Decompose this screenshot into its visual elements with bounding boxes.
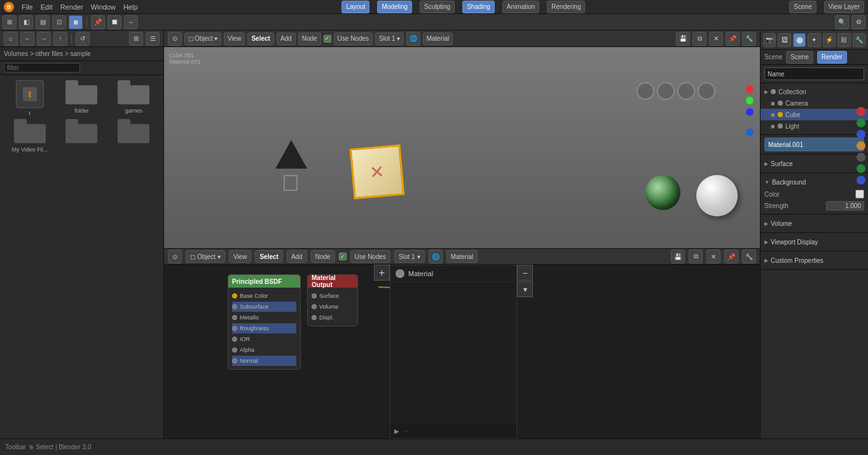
vp-usenodes-btn[interactable]: Use Nodes bbox=[334, 32, 373, 45]
toolbar-transform[interactable]: ↔ bbox=[124, 15, 138, 29]
toolbar-mode-animation[interactable]: Animation bbox=[502, 1, 539, 13]
rp-scene-btn[interactable]: Scene bbox=[786, 51, 813, 64]
ne-object-mode[interactable]: ◻ Object ▾ bbox=[186, 250, 225, 263]
vp-slot-ctrl[interactable]: 🔧 bbox=[742, 32, 756, 46]
toolbar-view3d[interactable]: 🔲 bbox=[107, 15, 121, 29]
vp-save-icon[interactable]: 💾 bbox=[676, 32, 690, 46]
vp-select-btn[interactable]: Select bbox=[247, 32, 273, 45]
vp-view-btn[interactable]: View bbox=[224, 32, 245, 45]
ne-save[interactable]: 💾 bbox=[671, 249, 685, 263]
toolbar-icon-3[interactable]: ▤ bbox=[36, 15, 50, 29]
lp-reload[interactable]: ↺ bbox=[76, 32, 90, 46]
nav-circle-3[interactable] bbox=[677, 82, 695, 100]
material-add-button[interactable]: + bbox=[374, 265, 390, 281]
ne-copy[interactable]: ⧉ bbox=[689, 249, 703, 263]
ne-node-btn[interactable]: Node bbox=[311, 250, 335, 263]
node-principled-bsdf[interactable]: Principled BSDF Base Color Subsurface Me… bbox=[228, 274, 301, 370]
dot-x[interactable] bbox=[746, 85, 754, 93]
file-item-folder2[interactable]: games bbox=[109, 80, 158, 116]
shading-dot-red[interactable] bbox=[857, 107, 865, 116]
dot-y[interactable] bbox=[746, 97, 754, 104]
toolbar-settings[interactable]: ⚙ bbox=[851, 15, 865, 29]
rp-modifiers-icon[interactable]: 🔧 bbox=[853, 33, 865, 47]
menu-file[interactable]: File bbox=[22, 3, 33, 11]
shading-dot-blue2[interactable] bbox=[857, 176, 865, 185]
rp-constraints-icon[interactable]: ⛓ bbox=[837, 33, 850, 47]
menu-help[interactable]: Help bbox=[123, 3, 138, 11]
color-swatch[interactable] bbox=[855, 190, 864, 199]
mat-remove-btn[interactable]: − bbox=[517, 265, 533, 281]
shading-dot-orange[interactable] bbox=[857, 141, 865, 150]
ne-select-btn[interactable]: Select bbox=[255, 250, 282, 263]
shading-dot-grey[interactable] bbox=[857, 153, 865, 162]
rp-volume-header[interactable]: ▶ Volume bbox=[764, 217, 864, 230]
menu-render[interactable]: Render bbox=[60, 3, 83, 11]
dot-z[interactable] bbox=[746, 108, 754, 116]
obj-item-cube[interactable]: ◼ Cube bbox=[761, 109, 868, 120]
ne-view-btn[interactable]: View bbox=[229, 250, 252, 263]
ne-settings[interactable]: 🔧 bbox=[742, 249, 756, 263]
file-item-folder5[interactable] bbox=[109, 119, 158, 153]
lp-up[interactable]: ↑ bbox=[53, 32, 67, 46]
mat-dropdown-btn[interactable]: ▾ bbox=[517, 281, 533, 297]
vp-close-icon[interactable]: ✕ bbox=[709, 32, 723, 46]
toolbar-mode-modeling[interactable]: Modeling bbox=[377, 1, 412, 13]
vp-slot-btn[interactable]: Slot 1 ▾ bbox=[375, 32, 404, 45]
rp-particles-icon[interactable]: ✦ bbox=[808, 33, 820, 47]
rp-surface-header[interactable]: ▶ Surface bbox=[764, 157, 864, 170]
ne-slot-btn[interactable]: Slot 1 ▾ bbox=[394, 250, 425, 263]
rp-scene-icon[interactable]: 📷 bbox=[763, 33, 776, 47]
file-item-folder1[interactable]: folder bbox=[57, 80, 107, 116]
ne-add-btn[interactable]: Add bbox=[287, 250, 307, 263]
vp-world-icon[interactable]: 🌐 bbox=[406, 32, 420, 46]
obj-item-camera[interactable]: ◼ Camera bbox=[761, 97, 868, 109]
toolbar-pin[interactable]: 📌 bbox=[91, 15, 105, 29]
rp-material-icon[interactable]: ⬤ bbox=[793, 33, 806, 47]
ne-pin[interactable]: 📌 bbox=[724, 249, 738, 263]
toolbar-mode-rendering[interactable]: Rendering bbox=[547, 1, 585, 13]
vp-editor-type[interactable]: ⊙ bbox=[168, 32, 182, 46]
shading-dot-blue[interactable] bbox=[857, 130, 865, 139]
nav-circle-4[interactable] bbox=[698, 82, 715, 100]
lp-fwd[interactable]: → bbox=[37, 32, 51, 46]
toolbar-scene[interactable]: Scene bbox=[789, 1, 816, 13]
lp-home[interactable]: ⌂ bbox=[4, 32, 18, 46]
toolbar-mode-sculpting[interactable]: Sculpting bbox=[420, 1, 455, 13]
shading-dot-green2[interactable] bbox=[857, 164, 865, 173]
menu-edit[interactable]: Edit bbox=[41, 3, 53, 11]
ne-world-icon[interactable]: 🌐 bbox=[429, 249, 443, 263]
use-nodes-checkbox[interactable] bbox=[324, 35, 331, 43]
nav-circle-1[interactable] bbox=[637, 82, 654, 100]
obj-item-collection[interactable]: ▶ Collection bbox=[761, 86, 868, 97]
nav-circle-2[interactable] bbox=[657, 82, 675, 100]
toolbar-icon-4[interactable]: ⊡ bbox=[52, 15, 66, 29]
toolbar-view-layer[interactable]: View Layer bbox=[824, 1, 864, 13]
shading-dot-green[interactable] bbox=[857, 118, 865, 127]
ne-use-nodes-checkbox[interactable] bbox=[339, 253, 347, 260]
file-item-folder3[interactable]: My Video Fil... bbox=[5, 119, 55, 153]
lp-back[interactable]: ← bbox=[20, 32, 34, 46]
file-item-folder4[interactable] bbox=[57, 119, 107, 153]
ne-close[interactable]: ✕ bbox=[706, 249, 720, 263]
lp-grid-view[interactable]: ⊞ bbox=[129, 32, 143, 46]
rp-active-material-box[interactable]: Material.001 bbox=[764, 137, 864, 151]
vp-mode-select[interactable]: ◻ Object ▾ bbox=[184, 32, 221, 45]
mat-play-btn[interactable]: ▶ bbox=[394, 428, 399, 435]
rp-bg-header[interactable]: ▼ Background bbox=[764, 176, 864, 188]
toolbar-icon-2[interactable]: ◧ bbox=[19, 15, 33, 29]
rp-viewport-header[interactable]: ▶ Viewport Display bbox=[764, 235, 864, 248]
search-input[interactable] bbox=[4, 63, 80, 73]
lp-list-view[interactable]: ☰ bbox=[146, 32, 160, 46]
strength-value[interactable]: 1.000 bbox=[826, 201, 864, 211]
rp-name-input[interactable]: Name bbox=[764, 67, 864, 80]
vp-material-btn[interactable]: Material bbox=[423, 32, 453, 45]
vp-add-btn[interactable]: Add bbox=[277, 32, 296, 45]
vp-node-btn[interactable]: Node bbox=[298, 32, 321, 45]
dot-blue2[interactable] bbox=[746, 129, 754, 136]
rp-custom-header[interactable]: ▶ Custom Properties bbox=[764, 254, 864, 267]
toolbar-icon-5[interactable]: ◼ bbox=[69, 15, 83, 29]
toolbar-icon-1[interactable]: ⊞ bbox=[3, 15, 17, 29]
menu-window[interactable]: Window bbox=[91, 3, 116, 11]
obj-item-light[interactable]: ◼ Light bbox=[761, 120, 868, 132]
ne-editor-type[interactable]: ⊙ bbox=[168, 249, 182, 263]
